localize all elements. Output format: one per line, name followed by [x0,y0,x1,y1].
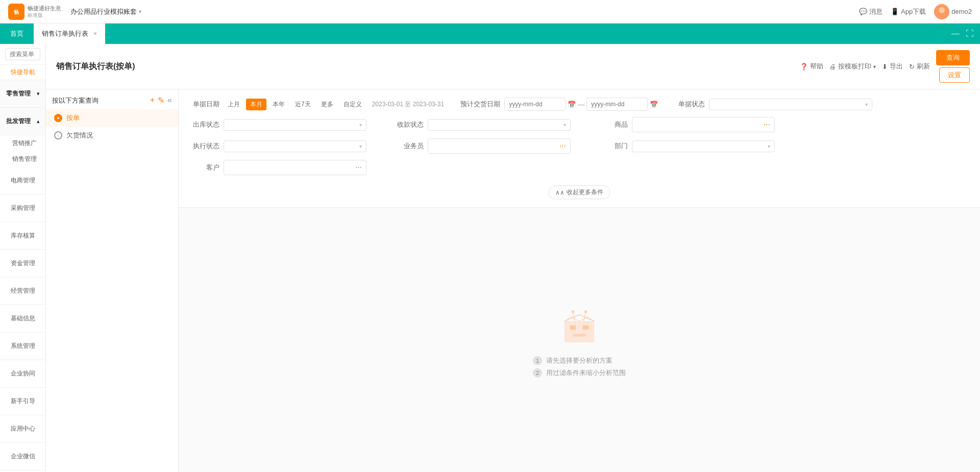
maximize-icon[interactable]: ⛶ [964,27,976,40]
sidebar: 快捷导航 零售管理 ▾ 批发管理 ▴ 营销推广 销售管理 电商管理 采购管理 库… [0,44,46,472]
quick-nav[interactable]: 快捷导航 [0,65,45,80]
top-bar-left: 畅 畅捷通好生意 标准版 办公用品行业模拟账套 ▾ [8,4,145,20]
sidebar-item-sales[interactable]: 销售管理 [0,151,45,167]
wholesale-submenu: 营销推广 销售管理 [0,135,45,167]
delivery-date-to[interactable] [586,98,648,111]
company-select[interactable]: 办公用品行业模拟账套 ▾ [66,5,145,18]
filter-item-payment-status: 收款状态 ▾ [393,119,571,131]
chevron-down-icon: ▾ [139,9,141,14]
date-tabs: 上月 本月 本年 近7天 更多 自定义 [224,99,366,110]
order-status-select[interactable]: ▾ [709,99,872,110]
template-print-button[interactable]: 🖨 按模板打印 ▾ [829,62,876,71]
svg-rect-5 [565,321,594,343]
tab-sales-order[interactable]: 销售订单执行表 × [34,23,105,44]
filter-item-department: 部门 ▾ [597,140,775,152]
payment-status-select[interactable]: ▾ [428,119,571,131]
date-tab-7days[interactable]: 近7天 [291,99,315,110]
sidebar-item-appstore[interactable]: 应用中心 [0,415,45,443]
filter-row-2: 出库状态 ▾ 收款状态 ▾ [189,117,970,132]
filter-section: 按以下方案查询 + ✎ « ● 按单 ○ [46,89,980,472]
chevron-down-icon: ▾ [873,64,876,69]
sidebar-item-wholesale[interactable]: 批发管理 ▴ [0,108,45,135]
svg-point-10 [572,311,574,313]
payment-status-arrow-icon: ▾ [564,122,566,128]
filter-item-execution-status: 执行状态 ▾ [189,140,366,152]
order-icon: ● [57,115,59,121]
customer-dots-icon[interactable]: ··· [355,163,362,172]
sidebar-item-retail[interactable]: 零售管理 ▾ [0,80,45,108]
help-button[interactable]: ❓ 帮助 [800,62,823,71]
query-button[interactable]: 查询 [936,50,970,65]
date-range-display: 2023-03-01 至 2023-03-31 [372,100,444,109]
message-button[interactable]: 💬 消息 [859,7,883,16]
product-select[interactable]: ··· [632,117,775,132]
tab-bar-actions: — ⛶ [949,27,980,40]
department-label: 部门 [597,141,628,151]
date-tab-lastmonth[interactable]: 上月 [224,99,244,110]
filter-row-4: 客户 ··· [189,160,970,175]
payment-status-label: 收款状态 [393,120,424,129]
svg-point-3 [939,7,945,13]
date-separator: — [578,101,584,108]
tab-home[interactable]: 首页 [0,23,34,44]
user-profile[interactable]: demo2 [934,4,972,19]
date-tab-more[interactable]: 更多 [317,99,337,110]
empty-tips: 1 请先选择要分析的方案 2 用过滤条件来缩小分析范围 [533,356,626,377]
debt-icon: ○ [57,133,59,138]
calendar-from-icon[interactable]: 📅 [568,101,576,108]
sidebar-item-system[interactable]: 系统管理 [0,333,45,360]
empty-tip-2: 2 用过滤条件来缩小分析范围 [533,368,626,377]
product-label: 商品 [597,120,628,129]
filter-left-panel: 按以下方案查询 + ✎ « ● 按单 ○ [46,89,179,472]
calendar-to-icon[interactable]: 📅 [650,101,658,108]
sidebar-item-purchase[interactable]: 采购管理 [0,195,45,222]
set-button[interactable]: 设置 [939,67,970,83]
svg-point-12 [584,311,587,313]
customer-select[interactable]: ··· [224,160,366,175]
customer-label: 客户 [189,163,219,172]
top-bar-right: 💬 消息 📱 App下载 demo2 [859,4,972,19]
scheme-debt-item[interactable]: ○ 欠货情况 [46,127,178,144]
refresh-button[interactable]: ↻ 刷新 [909,62,930,71]
date-tab-custom[interactable]: 自定义 [339,99,366,110]
execution-status-select[interactable]: ▾ [224,140,366,152]
empty-state: 1 请先选择要分析的方案 2 用过滤条件来缩小分析范围 [179,208,980,472]
delivery-status-select[interactable]: ▾ [224,119,366,131]
sidebar-item-ecommerce[interactable]: 电商管理 [0,167,45,195]
delivery-date-input-group: 📅 — 📅 [504,98,658,111]
page-header: 销售订单执行表(按单) ❓ 帮助 🖨 按模板打印 ▾ ⬇ 导出 ↻ 刷新 [46,44,980,89]
collapse-button[interactable]: ∧∧ 收起更多条件 [549,185,610,199]
search-input[interactable] [5,48,40,60]
add-scheme-icon[interactable]: + [150,96,155,105]
execution-status-arrow-icon: ▾ [359,144,362,149]
export-icon: ⬇ [882,63,888,70]
salesperson-select[interactable]: ··· [428,138,571,154]
tab-close-icon[interactable]: × [93,30,97,37]
date-tab-thisyear[interactable]: 本年 [268,99,289,110]
sidebar-item-enterprise[interactable]: 企业协同 [0,360,45,388]
filter-item-product: 商品 ··· [597,117,775,132]
export-button[interactable]: ⬇ 导出 [882,62,903,71]
app-download-button[interactable]: 📱 App下载 [891,7,926,16]
edit-scheme-icon[interactable]: ✎ [158,96,164,105]
salesperson-dots-icon[interactable]: ··· [559,141,566,151]
salesperson-label: 业务员 [393,141,424,151]
sidebar-item-marketing[interactable]: 营销推广 [0,135,45,151]
phone-icon: 📱 [891,8,899,15]
filter-item-customer: 客户 ··· [189,160,366,175]
order-status-arrow-icon: ▾ [865,102,868,107]
collapse-panel-icon[interactable]: « [167,96,172,105]
minimize-icon[interactable]: — [949,27,962,40]
date-tab-thismonth[interactable]: 本月 [246,99,266,110]
sidebar-item-basic[interactable]: 基础信息 [0,305,45,333]
sidebar-item-operation[interactable]: 经营管理 [0,277,45,305]
sidebar-item-inventory[interactable]: 库存核算 [0,222,45,250]
scheme-order-item[interactable]: ● 按单 [46,109,178,127]
sidebar-item-guide[interactable]: 新手引导 [0,388,45,415]
department-select[interactable]: ▾ [632,140,775,152]
product-dots-icon[interactable]: ··· [764,120,770,129]
delivery-date-from[interactable] [504,98,566,111]
sidebar-item-wechat[interactable]: 企业微信 [0,443,45,470]
order-status-label: 单据状态 [674,100,705,109]
sidebar-item-finance[interactable]: 资金管理 [0,250,45,277]
